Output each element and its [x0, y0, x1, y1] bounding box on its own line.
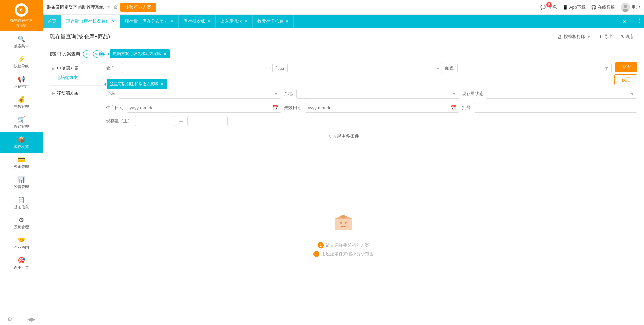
sidebar-item-basic-info[interactable]: 📋 基础信息	[0, 193, 43, 213]
filter-label: 按以下方案查询	[50, 51, 80, 57]
print-button[interactable]: 🖨 按模板打印 ▼	[555, 32, 594, 41]
expire-date-calendar-icon[interactable]: 📅	[450, 105, 456, 110]
size-select[interactable]: ▼	[118, 89, 281, 99]
action-buttons: 查询 设置	[614, 62, 637, 85]
header-right: 💬 9 消息 📱 App下载 🎧 在线客服	[540, 3, 640, 12]
user-item[interactable]: 用户	[621, 3, 640, 12]
filter-body: ▶ 电脑端方案 电脑端方案 这里可以创建和修改方案哦 ✕	[50, 62, 637, 129]
tab-inventory-status[interactable]: 现存量（库存状况表） ✕	[61, 15, 120, 28]
tab-home[interactable]: 首页	[43, 15, 61, 28]
sidebar-item-nav[interactable]: ⚡ 快捷导航	[0, 52, 43, 72]
expire-date-field: 失效日期 📅	[284, 102, 460, 113]
quantity-from-input[interactable]	[135, 116, 175, 126]
user-label: 用户	[631, 4, 640, 10]
edit-tooltip: 这里可以创建和修改方案哦 ✕	[107, 79, 167, 89]
sidebar-item-guide[interactable]: 🎯 新手引导	[0, 253, 43, 273]
produce-date-input[interactable]	[130, 105, 273, 110]
tab-close-all-icon[interactable]: ✕	[618, 15, 631, 28]
export-label: 导出	[604, 34, 613, 40]
tab-batch-account[interactable]: 库存批次账 ✕	[179, 15, 216, 28]
filter-arrow-button[interactable]: «	[103, 51, 106, 57]
svg-text:6: 6	[20, 7, 23, 13]
sidebar-item-sales[interactable]: 💰 销售管理	[0, 92, 43, 112]
color-dropdown-icon: ▼	[604, 66, 609, 71]
sidebar-item-operations[interactable]: 📊 经营管理	[0, 173, 43, 193]
filter-header: 按以下方案查询 + ✎ « 电脑方案可设为移动方案哦 ✕	[50, 49, 637, 58]
scheme-tooltip-close[interactable]: ✕	[163, 52, 167, 56]
avatar	[621, 3, 630, 12]
filter-edit-button[interactable]: ✎	[93, 50, 100, 58]
stock-status-dropdown-icon: ▼	[630, 91, 634, 96]
summary-tab-label: 收发存汇总表	[257, 18, 283, 24]
svg-rect-5	[335, 219, 352, 230]
online-service-item[interactable]: 🎧 在线客服	[591, 4, 615, 10]
origin-label: 产地	[284, 91, 294, 97]
tab-summary[interactable]: 收发存汇总表 ✕	[253, 15, 294, 28]
notification-badge: 9	[546, 2, 552, 7]
sidebar-item-finance[interactable]: 💳 资金管理	[0, 153, 43, 173]
tab-fullscreen-icon[interactable]: ⛶	[631, 15, 644, 28]
tab-close-inventory-status[interactable]: ✕	[112, 19, 115, 24]
page-header-top: 现存量查询(按仓库+商品) 🖨 按模板打印 ▼ ⬆ 导出 ↻ 刷新	[50, 32, 637, 41]
edit-tooltip-close[interactable]: ✕	[160, 82, 164, 87]
tip-num-2: 2	[313, 251, 319, 257]
tab-bar-actions: ✕ ⛶	[618, 15, 644, 28]
tab-close-inventory-dist[interactable]: ✕	[170, 19, 174, 24]
sidebar-item-system[interactable]: ⚙ 系统管理	[0, 213, 43, 233]
sidebar-item-inventory[interactable]: 📦 库存核算	[0, 132, 43, 153]
tip-num-1: 1	[318, 242, 324, 248]
operations-icon: 📊	[18, 176, 25, 183]
expire-date-input[interactable]	[308, 105, 451, 110]
sidebar-logo: 6 畅销通好生意 标准版	[0, 0, 43, 31]
top-header: 装备及固定资产辅助管理系统 ▼ ⚙ 体验行业方案 💬 9 消息 📱 App下载 …	[43, 0, 644, 15]
collapse-bar[interactable]: ∧ 收起更多条件	[50, 130, 637, 142]
page-title: 现存量查询(按仓库+商品)	[50, 33, 110, 40]
sidebar-settings-icon[interactable]: ⚙	[7, 316, 12, 322]
batch-input[interactable]	[474, 103, 637, 113]
quantity-to-input[interactable]	[187, 116, 228, 126]
trial-button[interactable]: 体验行业方案	[120, 3, 156, 12]
filter-fields: 仓库 ··· 商品 ···	[106, 62, 637, 129]
search-button[interactable]: 查询	[615, 62, 637, 72]
export-button[interactable]: ⬆ 导出	[596, 32, 615, 41]
expire-date-label: 失效日期	[284, 105, 303, 111]
origin-select[interactable]: ▼	[296, 89, 460, 99]
warehouse-select[interactable]: ···	[122, 63, 273, 73]
goods-select[interactable]: ···	[287, 63, 442, 73]
origin-dropdown-icon: ▼	[452, 91, 456, 96]
collapse-up-icon: ∧	[328, 134, 331, 139]
message-item[interactable]: 💬 9 消息	[540, 4, 557, 10]
sidebar-collapse-icon[interactable]: ◀▶	[27, 316, 35, 322]
tab-close-summary[interactable]: ✕	[285, 19, 289, 24]
tab-close-batch-account[interactable]: ✕	[207, 19, 211, 24]
nav-icon: ⚡	[18, 55, 25, 63]
settings-button[interactable]: 设置	[614, 74, 637, 85]
app-download-item[interactable]: 📱 App下载	[562, 4, 586, 10]
collapse-label: 收起更多条件	[333, 133, 359, 139]
produce-date-calendar-icon[interactable]: 📅	[273, 105, 278, 110]
sidebar-bottom: ⚙ ◀▶	[0, 313, 43, 325]
scheme-item-pc[interactable]: ▶ 电脑端方案	[50, 64, 103, 73]
empty-state: 1 请先选择要分析的方案 2 用过滤条件来缩小分析范围	[43, 142, 644, 325]
color-select[interactable]: ▼	[457, 63, 612, 73]
sidebar-item-search[interactable]: 🔍 搜索菜单	[0, 32, 43, 52]
tab-flow[interactable]: 出入库流水 ✕	[216, 15, 253, 28]
system-title: 装备及固定资产辅助管理系统	[47, 4, 104, 10]
stock-status-select[interactable]: ▼	[486, 89, 637, 99]
refresh-button[interactable]: ↻ 刷新	[618, 32, 637, 41]
filter-add-button[interactable]: +	[83, 50, 90, 58]
tab-inventory-dist[interactable]: 现存量（库存分布表） ✕	[120, 15, 179, 28]
expire-date-input-wrap[interactable]: 📅	[305, 103, 460, 113]
sidebar-item-marketing[interactable]: 📢 营销推广	[0, 72, 43, 92]
search-menu-icon: 🔍	[18, 35, 25, 43]
produce-date-input-wrap[interactable]: 📅	[127, 103, 281, 113]
tab-close-flow[interactable]: ✕	[244, 19, 248, 24]
printer-icon: 🖨	[558, 34, 562, 39]
batch-field: 批号	[462, 102, 637, 113]
sidebar-item-enterprise[interactable]: 🤝 企业协同	[0, 233, 43, 253]
settings-icon[interactable]: ⚙	[113, 4, 118, 10]
scheme-item-pc-sub[interactable]: 电脑端方案	[50, 73, 103, 83]
scheme-item-mobile[interactable]: ▶ 移动端方案	[50, 88, 103, 98]
logo-icon: 6	[15, 3, 28, 17]
sidebar-item-purchase[interactable]: 🛒 采购管理	[0, 112, 43, 132]
